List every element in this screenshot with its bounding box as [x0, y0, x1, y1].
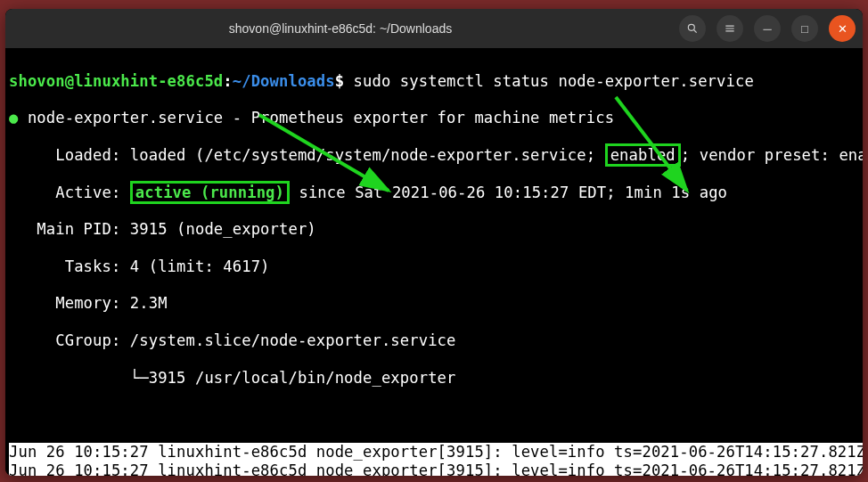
log-text: Jun 26 10:15:27 linuxhint-e86c5d node_ex…	[9, 462, 863, 476]
prompt-colon: :	[223, 72, 232, 90]
blank-line	[9, 405, 863, 424]
terminal-window: shovon@linuxhint-e86c5d: ~/Downloads ─ □…	[5, 9, 863, 476]
prompt-user-host: shovon@linuxhint-e86c5d	[9, 72, 223, 90]
loaded-line: Loaded: loaded (/etc/systemd/system/node…	[9, 146, 863, 165]
memory-line: Memory: 2.3M	[9, 294, 863, 313]
log-line: Jun 26 10:15:27 linuxhint-e86c5d node_ex…	[9, 443, 863, 462]
maximize-button[interactable]: □	[791, 15, 818, 42]
prompt-line: shovon@linuxhint-e86c5d:~/Downloads$ sud…	[9, 72, 863, 91]
status-dot-icon: ●	[9, 109, 18, 127]
maximize-icon: □	[801, 22, 808, 36]
svg-point-0	[688, 24, 694, 30]
active-post: since Sat 2021-06-26 10:15:27 EDT; 1min …	[290, 184, 727, 201]
window-title: shovon@linuxhint-e86c5d: ~/Downloads	[12, 21, 668, 36]
search-button[interactable]	[679, 15, 706, 42]
prompt-dollar: $	[335, 72, 344, 90]
loaded-post: ; vendor preset: enabled)	[681, 146, 863, 164]
minimize-button[interactable]: ─	[754, 15, 781, 42]
service-line: node-exporter.service - Prometheus expor…	[18, 109, 614, 127]
active-line: Active: active (running) since Sat 2021-…	[9, 184, 863, 202]
titlebar: shovon@linuxhint-e86c5d: ~/Downloads ─ □…	[5, 9, 863, 48]
main-pid-line: Main PID: 3915 (node_exporter)	[9, 220, 863, 239]
active-running-highlight: active (running)	[130, 181, 290, 204]
tasks-line: Tasks: 4 (limit: 4617)	[9, 257, 863, 276]
log-text: Jun 26 10:15:27 linuxhint-e86c5d node_ex…	[9, 443, 863, 462]
minimize-icon: ─	[763, 22, 771, 36]
hamburger-icon	[724, 22, 736, 35]
svg-line-1	[694, 30, 697, 33]
service-header-line: ● node-exporter.service - Prometheus exp…	[9, 109, 863, 127]
prompt-path: ~/Downloads	[233, 72, 335, 90]
close-icon: ✕	[838, 22, 848, 36]
log-output: Jun 26 10:15:27 linuxhint-e86c5d node_ex…	[9, 443, 863, 476]
active-pre: Active:	[9, 184, 130, 201]
close-button[interactable]: ✕	[829, 15, 856, 42]
enabled-highlight: enabled	[605, 143, 681, 167]
cgroup-line: CGroup: /system.slice/node-exporter.serv…	[9, 331, 863, 350]
search-icon	[686, 22, 699, 35]
cgroup-tree-line: └─3915 /usr/local/bin/node_exporter	[9, 369, 863, 388]
log-line: Jun 26 10:15:27 linuxhint-e86c5d node_ex…	[9, 462, 863, 476]
command-text: sudo systemctl status node-exporter.serv…	[344, 72, 754, 90]
terminal-body[interactable]: shovon@linuxhint-e86c5d:~/Downloads$ sud…	[5, 48, 863, 476]
loaded-pre: Loaded: loaded (/etc/systemd/system/node…	[9, 146, 605, 164]
menu-button[interactable]	[717, 15, 743, 42]
